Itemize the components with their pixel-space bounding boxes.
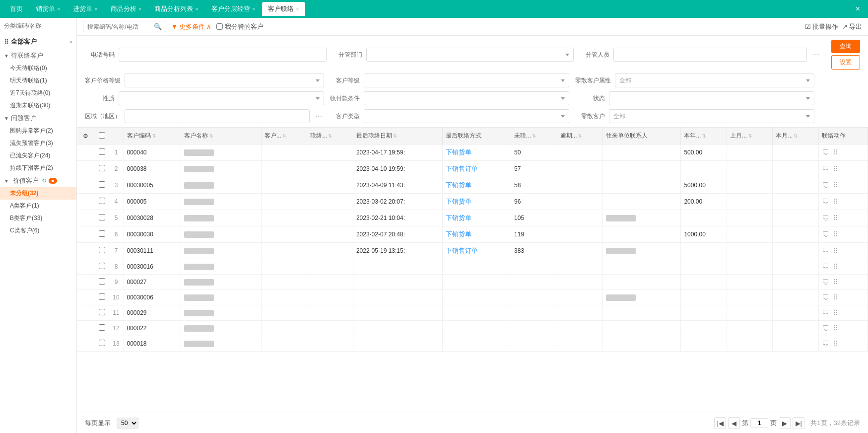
status-select[interactable] xyxy=(609,91,814,105)
close-analysis-list-tab[interactable]: × xyxy=(195,6,198,12)
last-method-link-6[interactable]: 下销售订单 xyxy=(446,247,478,254)
sidebar-item-declining[interactable]: 持续下滑客户(2) xyxy=(0,162,76,174)
my-customers-check[interactable] xyxy=(216,23,223,30)
export-btn[interactable]: ↗ 导出 xyxy=(842,22,862,31)
more-conditions-btn[interactable]: ▼ 更多条件 ∧ xyxy=(171,22,211,31)
qr-icon-8[interactable]: ⠿ xyxy=(833,278,838,286)
price-grade-select[interactable] xyxy=(125,73,324,87)
th-last-method[interactable]: 最后联络方式 xyxy=(443,128,511,144)
sidebar-item-churned[interactable]: 已流失客户(24) xyxy=(0,149,76,162)
contact-phone-icon-0[interactable]: 🗨 xyxy=(822,148,829,156)
nav-tab-customer-segment[interactable]: 客户分层经营 × xyxy=(205,2,261,16)
contact-phone-icon-5[interactable]: 🗨 xyxy=(822,230,829,238)
sidebar-item-today[interactable]: 今天待联络(0) xyxy=(0,62,76,74)
row-checkbox-6[interactable] xyxy=(99,247,105,253)
contact-phone-icon-12[interactable]: 🗨 xyxy=(822,340,829,348)
phone-input[interactable] xyxy=(119,48,327,62)
contact-phone-icon-6[interactable]: 🗨 xyxy=(822,247,829,255)
nav-tab-sales[interactable]: 销货单 × xyxy=(30,2,66,16)
th-type[interactable]: 客户...⇅ xyxy=(261,128,307,144)
th-name[interactable]: 客户名称⇅ xyxy=(181,128,261,144)
sidebar-value-segment-group[interactable]: ▼ 价值客户 ↻ ● xyxy=(0,174,76,187)
th-last-date[interactable]: 最后联络日期⇅ xyxy=(353,128,442,144)
contact-phone-icon-3[interactable]: 🗨 xyxy=(822,198,829,206)
row-checkbox-3[interactable] xyxy=(99,198,105,204)
search-input[interactable] xyxy=(87,23,152,30)
page-input[interactable] xyxy=(750,418,768,428)
per-page-select[interactable]: 50 xyxy=(117,418,138,429)
sidebar-item-overdue[interactable]: 逾期未联络(30) xyxy=(0,99,76,112)
nav-tab-home[interactable]: 首页 xyxy=(4,4,29,13)
contact-phone-icon-4[interactable]: 🗨 xyxy=(822,214,829,222)
sidebar-item-class-a[interactable]: A类客户(1) xyxy=(0,200,76,212)
close-customer-contact-tab[interactable]: × xyxy=(296,6,299,12)
region-input[interactable] xyxy=(125,109,310,123)
last-method-link-5[interactable]: 下销货单 xyxy=(446,230,471,238)
region-more-icon[interactable]: ··· xyxy=(314,112,324,121)
close-analysis-tab[interactable]: × xyxy=(138,6,141,12)
last-method-link-0[interactable]: 下销货单 xyxy=(446,148,471,156)
qr-icon-7[interactable]: ⠿ xyxy=(833,263,838,271)
sidebar-item-tomorrow[interactable]: 明天待联络(1) xyxy=(0,74,76,87)
dept-select[interactable] xyxy=(366,48,574,62)
th-overdue[interactable]: 逾期...⇅ xyxy=(557,128,603,144)
sidebar-search-input[interactable] xyxy=(4,22,77,29)
row-checkbox-8[interactable] xyxy=(99,278,105,285)
last-method-link-4[interactable]: 下销货单 xyxy=(446,214,471,221)
qr-icon-1[interactable]: ⠿ xyxy=(833,165,838,173)
sidebar-item-class-b[interactable]: B类客户(33) xyxy=(0,212,76,224)
contact-phone-icon-9[interactable]: 🗨 xyxy=(822,293,829,301)
nav-tab-analysis-list[interactable]: 商品分析列表 × xyxy=(148,2,204,16)
close-purchase-tab[interactable]: × xyxy=(94,6,97,12)
qr-icon-11[interactable]: ⠿ xyxy=(833,324,838,332)
th-settings[interactable]: ⚙ xyxy=(77,128,95,144)
th-code[interactable]: 客户编码⇅ xyxy=(124,128,181,144)
row-checkbox-0[interactable] xyxy=(99,148,105,155)
qr-icon-4[interactable]: ⠿ xyxy=(833,214,838,222)
contact-phone-icon-8[interactable]: 🗨 xyxy=(822,278,829,286)
row-checkbox-5[interactable] xyxy=(99,230,105,237)
sidebar-item-churn-warning[interactable]: 流失预警客户(3) xyxy=(0,137,76,149)
sidebar-item-ungrouped[interactable]: 未分组(32) xyxy=(0,187,76,200)
query-button[interactable]: 查询 xyxy=(831,40,860,53)
last-method-link-2[interactable]: 下销货单 xyxy=(446,181,471,189)
th-this-year[interactable]: 本年...⇅ xyxy=(681,128,727,144)
sidebar-item-class-c[interactable]: C类客户(6) xyxy=(0,224,76,237)
row-checkbox-7[interactable] xyxy=(99,263,105,269)
contact-phone-icon-1[interactable]: 🗨 xyxy=(822,165,829,173)
sidebar-item-abnormal[interactable]: 囤购异常客户(2) xyxy=(0,125,76,137)
type-select[interactable] xyxy=(364,109,569,123)
qr-icon-0[interactable]: ⠿ xyxy=(833,148,838,156)
sidebar-waiting-contact-group[interactable]: ▼ 待联络客户 xyxy=(0,49,76,62)
th-this-month[interactable]: 本月...⇅ xyxy=(773,128,819,144)
nav-tab-analysis[interactable]: 商品分析 × xyxy=(105,2,147,16)
close-sales-tab[interactable]: × xyxy=(57,6,60,12)
qr-icon-3[interactable]: ⠿ xyxy=(833,198,838,206)
nav-tab-customer-contact[interactable]: 客户联络 × xyxy=(262,2,305,16)
th-unit-contact[interactable]: 往来单位联系人 xyxy=(603,128,681,144)
qr-icon-5[interactable]: ⠿ xyxy=(833,230,838,238)
qr-icon-6[interactable]: ⠿ xyxy=(833,247,838,255)
reset-button[interactable]: 设置 xyxy=(831,55,860,70)
retail-select[interactable]: 全部 xyxy=(609,109,814,123)
grade-select[interactable] xyxy=(364,73,569,87)
row-checkbox-9[interactable] xyxy=(99,293,105,300)
contact-phone-icon-11[interactable]: 🗨 xyxy=(822,324,829,332)
th-last-month[interactable]: 上月...⇅ xyxy=(727,128,773,144)
row-checkbox-12[interactable] xyxy=(99,340,105,346)
sidebar-all-customers[interactable]: ⠿ 全部客户 « xyxy=(0,34,76,49)
batch-operate-btn[interactable]: ☑ 批量操作 xyxy=(805,22,838,31)
th-no-contact[interactable]: 未联...⇅ xyxy=(511,128,557,144)
nature-select[interactable] xyxy=(119,91,324,105)
last-page-btn[interactable]: ▶| xyxy=(793,417,804,429)
last-method-link-3[interactable]: 下销货单 xyxy=(446,198,471,205)
qr-icon-2[interactable]: ⠿ xyxy=(833,181,838,189)
person-more-icon[interactable]: ··· xyxy=(811,50,821,59)
row-checkbox-10[interactable] xyxy=(99,309,105,315)
row-checkbox-11[interactable] xyxy=(99,324,105,331)
contact-phone-icon-10[interactable]: 🗨 xyxy=(822,309,829,317)
row-checkbox-1[interactable] xyxy=(99,165,105,171)
th-contact[interactable]: 联络...⇅ xyxy=(307,128,353,144)
person-input[interactable] xyxy=(613,48,806,62)
sidebar-problem-customers-group[interactable]: ▼ 问题客户 xyxy=(0,112,76,125)
